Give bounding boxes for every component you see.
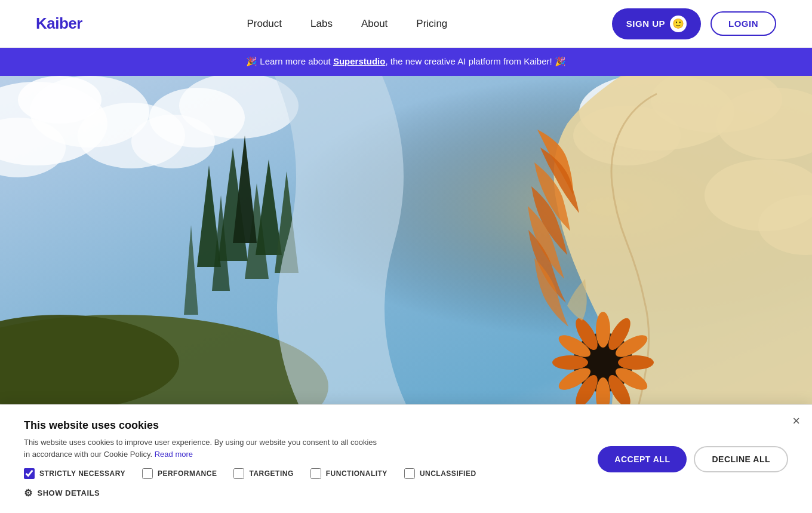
login-button[interactable]: LOGIN xyxy=(710,11,776,36)
banner-emoji-right: 🎉 xyxy=(555,56,566,66)
banner-text-before: Learn more about xyxy=(260,56,333,66)
nav-links: Product Labs About Pricing xyxy=(247,18,447,30)
navbar: Kaiber Product Labs About Pricing SIGN U… xyxy=(0,0,812,48)
logo[interactable]: Kaiber xyxy=(36,14,82,33)
nav-link-product[interactable]: Product xyxy=(247,18,282,29)
banner-text-after: , the new creative AI platform from Kaib… xyxy=(385,56,552,66)
hero-section xyxy=(0,76,812,404)
announcement-banner: 🎉 Learn more about Superstudio, the new … xyxy=(0,48,812,76)
svg-point-28 xyxy=(596,312,610,348)
banner-emoji-left: 🎉 xyxy=(246,56,257,66)
svg-point-27 xyxy=(582,342,624,383)
signup-label: SIGN UP xyxy=(626,19,665,29)
nav-link-about[interactable]: About xyxy=(361,18,387,29)
svg-point-6 xyxy=(18,76,102,124)
nav-actions: SIGN UP 🙂 LOGIN xyxy=(612,8,776,39)
nav-link-pricing[interactable]: Pricing xyxy=(416,18,447,29)
nav-link-labs[interactable]: Labs xyxy=(310,18,333,29)
svg-point-31 xyxy=(618,355,654,370)
banner-link[interactable]: Superstudio xyxy=(333,56,386,66)
signup-button[interactable]: SIGN UP 🙂 xyxy=(612,8,701,39)
smiley-icon: 🙂 xyxy=(670,16,687,32)
svg-point-37 xyxy=(552,355,588,370)
svg-point-9 xyxy=(131,115,215,168)
